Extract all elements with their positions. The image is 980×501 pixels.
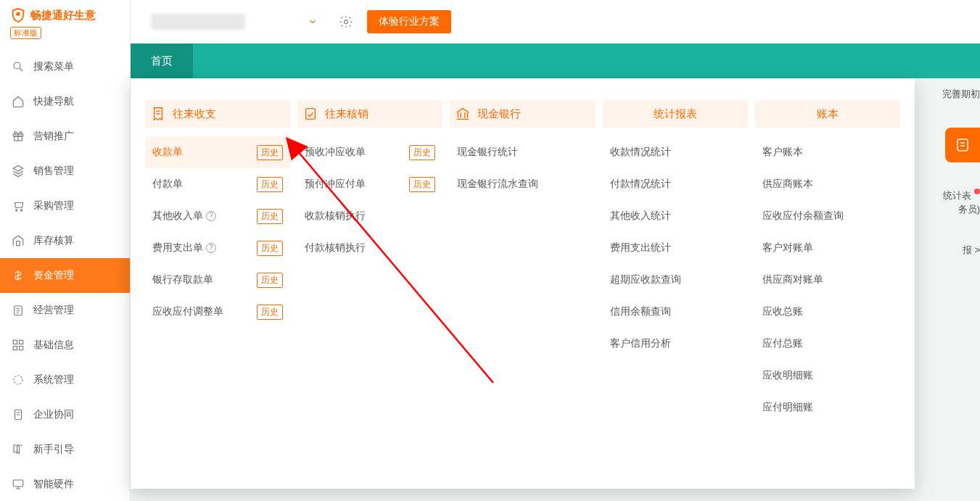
- mega-column-header: 账本: [755, 100, 900, 128]
- mega-menu-item-label: 应付明细账: [762, 401, 813, 414]
- sidebar-item-guide[interactable]: 新手引导: [0, 432, 130, 467]
- bank-icon: [454, 105, 472, 123]
- svg-rect-6: [17, 241, 20, 246]
- sidebar-item-label: 企业协同: [33, 408, 74, 421]
- mega-menu-item[interactable]: 收款核销执行: [297, 200, 442, 232]
- history-tag[interactable]: 历史: [257, 305, 283, 320]
- sidebar-item-basic[interactable]: 基础信息: [0, 328, 130, 363]
- peek-initial-balance[interactable]: 完善期初: [942, 87, 980, 102]
- mega-column: 往来收支收款单历史付款单历史其他收入单?历史费用支出单?历史银行存取款单历史应收…: [145, 100, 290, 423]
- history-tag[interactable]: 历史: [257, 209, 283, 224]
- mega-menu-item-label: 预付冲应付单: [305, 178, 366, 191]
- mega-column: 现金银行现金银行统计现金银行流水查询: [450, 100, 595, 423]
- brand-name: 畅捷通好生意: [30, 9, 96, 22]
- sidebar-nav: 搜索菜单 快捷导航 营销推广 销售管理 采购管理 库存核算: [0, 49, 130, 501]
- sidebar-item-system[interactable]: 系统管理: [0, 363, 130, 397]
- mega-menu-item-label: 付款核销执行: [305, 241, 366, 254]
- mega-menu-item[interactable]: 应收应付调整单历史: [145, 296, 290, 328]
- org-dropdown[interactable]: [144, 9, 325, 34]
- mega-menu-item[interactable]: 收款情况统计: [603, 136, 748, 168]
- sidebar-item-label: 库存核算: [33, 234, 74, 247]
- sidebar: 畅捷通好生意 标准版 搜索菜单 快捷导航 营销推广 销售管理 采购管理: [0, 0, 131, 501]
- settings-button[interactable]: [335, 11, 357, 33]
- history-tag[interactable]: 历史: [257, 241, 283, 256]
- mega-menu-item[interactable]: 银行存取款单历史: [145, 264, 290, 296]
- mega-menu-item[interactable]: 应收明细账: [755, 360, 900, 392]
- sidebar-item-search[interactable]: 搜索菜单: [0, 49, 130, 84]
- money-icon: [12, 269, 25, 282]
- sidebar-item-label: 智能硬件: [33, 478, 74, 491]
- sidebar-item-finance[interactable]: 资金管理: [0, 258, 130, 293]
- mega-menu-item[interactable]: 现金银行统计: [450, 136, 595, 168]
- svg-rect-14: [13, 480, 23, 486]
- sidebar-item-purchase[interactable]: 采购管理: [0, 189, 130, 223]
- sidebar-item-label: 新手引导: [33, 443, 74, 456]
- sidebar-item-marketing[interactable]: 营销推广: [0, 119, 130, 154]
- sidebar-item-corp[interactable]: 企业协同: [0, 397, 130, 432]
- chevron-down-icon: [308, 17, 318, 27]
- sidebar-item-label: 销售管理: [33, 165, 74, 178]
- svg-point-12: [14, 376, 22, 384]
- industry-plan-button[interactable]: 体验行业方案: [367, 10, 451, 33]
- mega-menu-item[interactable]: 付款情况统计: [603, 168, 748, 200]
- help-icon[interactable]: ?: [206, 211, 216, 221]
- mega-menu-item-label: 客户信用分析: [610, 337, 671, 350]
- mega-menu-item[interactable]: 付款单历史: [145, 168, 290, 200]
- brand-edition: 标准版: [10, 27, 41, 39]
- svg-rect-11: [20, 347, 23, 350]
- tab-home[interactable]: 首页: [131, 44, 193, 78]
- svg-point-0: [16, 12, 20, 16]
- sidebar-item-sales[interactable]: 销售管理: [0, 154, 130, 189]
- mega-menu-item[interactable]: 费用支出统计: [603, 232, 748, 264]
- sidebar-item-quicknav[interactable]: 快捷导航: [0, 84, 130, 119]
- mega-menu-item-label: 其他收入单: [152, 210, 203, 223]
- mega-menu-item-label: 供应商账本: [762, 178, 813, 191]
- mega-menu-item[interactable]: 费用支出单?历史: [145, 232, 290, 264]
- mega-menu-item[interactable]: 供应商账本: [755, 168, 900, 200]
- peek-report-link[interactable]: 报 >: [963, 243, 980, 257]
- history-tag[interactable]: 历史: [257, 273, 283, 288]
- sales-icon: [12, 165, 25, 178]
- tabbar: 首页: [131, 44, 980, 78]
- mega-menu-item[interactable]: 超期应收款查询: [603, 264, 748, 296]
- floating-action-badge[interactable]: [945, 128, 980, 162]
- mega-menu-item[interactable]: 付款核销执行: [297, 232, 442, 264]
- mega-menu-item[interactable]: 客户账本: [755, 136, 900, 168]
- mega-menu-item-label: 应收总账: [762, 305, 803, 318]
- mega-menu-item[interactable]: 现金银行流水查询: [450, 168, 595, 200]
- mega-menu-item[interactable]: 应收总账: [755, 296, 900, 328]
- peek-stats-report[interactable]: 统计表务员): [943, 189, 980, 217]
- gift-icon: [12, 130, 25, 143]
- help-icon[interactable]: ?: [206, 243, 216, 253]
- mega-menu-item[interactable]: 预收冲应收单历史: [297, 136, 442, 168]
- mega-menu-item-label: 银行存取款单: [152, 273, 213, 286]
- mega-menu-item[interactable]: 信用余额查询: [603, 296, 748, 328]
- mega-menu-item[interactable]: 客户对账单: [755, 232, 900, 264]
- mega-menu-item[interactable]: 供应商对账单: [755, 264, 900, 296]
- mega-menu-item-label: 应收明细账: [762, 369, 813, 382]
- mega-menu-item[interactable]: 应付明细账: [755, 392, 900, 423]
- history-tag[interactable]: 历史: [409, 177, 435, 192]
- mega-menu-item[interactable]: 应付总账: [755, 328, 900, 360]
- sidebar-item-label: 系统管理: [33, 373, 74, 386]
- mega-menu-item[interactable]: 其他收入统计: [603, 200, 748, 232]
- sidebar-item-label: 经营管理: [33, 304, 74, 317]
- svg-rect-17: [958, 139, 968, 151]
- mega-menu-item[interactable]: 客户信用分析: [603, 328, 748, 360]
- receipt-icon: [149, 105, 167, 123]
- sidebar-item-operation[interactable]: 经营管理: [0, 293, 130, 328]
- mega-menu-item[interactable]: 预付冲应付单历史: [297, 168, 442, 200]
- sidebar-item-label: 采购管理: [33, 199, 74, 212]
- mega-menu-item[interactable]: 应收应付余额查询: [755, 200, 900, 232]
- mega-menu-item[interactable]: 其他收入单?历史: [145, 200, 290, 232]
- history-tag[interactable]: 历史: [257, 177, 283, 192]
- sidebar-item-inventory[interactable]: 库存核算: [0, 223, 130, 258]
- mega-menu-item-label: 收款核销执行: [305, 210, 366, 223]
- sidebar-item-label: 资金管理: [33, 269, 74, 282]
- history-tag[interactable]: 历史: [409, 145, 435, 160]
- gear-outline-icon: [12, 373, 25, 386]
- history-tag[interactable]: 历史: [257, 145, 283, 160]
- mega-column-title: 统计报表: [654, 107, 697, 121]
- sidebar-item-hardware[interactable]: 智能硬件: [0, 467, 130, 501]
- mega-menu-item[interactable]: 收款单历史: [145, 136, 290, 168]
